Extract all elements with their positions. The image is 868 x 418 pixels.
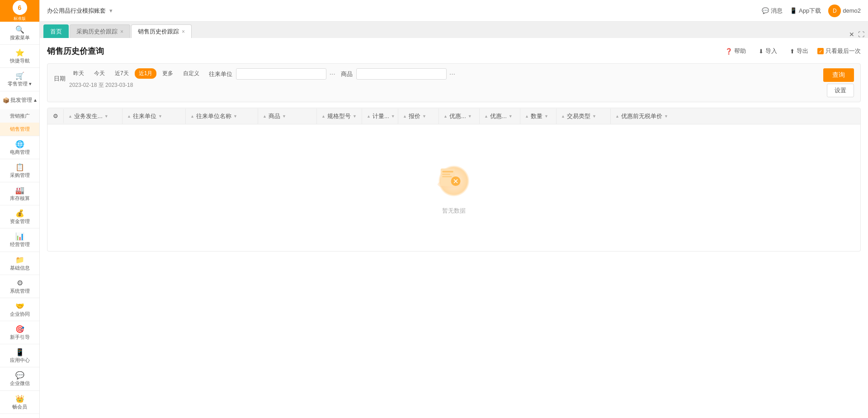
help-button[interactable]: ❓ 帮助 bbox=[722, 45, 750, 57]
sidebar-item-system[interactable]: ⚙ 系统管理 bbox=[0, 275, 39, 298]
partner-input[interactable] bbox=[236, 68, 326, 80]
sidebar-item-marketing[interactable]: 营销推广 bbox=[0, 109, 39, 123]
globe-icon: 🌐 bbox=[15, 140, 24, 148]
date-btn-yesterday[interactable]: 昨天 bbox=[69, 68, 88, 79]
sidebar-item-member[interactable]: 👑 畅会员 bbox=[0, 391, 39, 414]
sidebar-item-newbie[interactable]: 🎯 新手引导 bbox=[0, 321, 39, 344]
logo-icon: 6 bbox=[13, 0, 27, 15]
goods-input[interactable] bbox=[356, 68, 447, 80]
topbar-title: 办公用品行业模拟账套 bbox=[47, 7, 106, 15]
clipboard-icon: 📋 bbox=[15, 163, 24, 171]
table-col-partner-code[interactable]: ▲ 往来单位 ▼ bbox=[123, 109, 186, 124]
main-area: 办公用品行业模拟账套 ▾ 💬 消息 📱 App下载 D demo2 首页 bbox=[40, 0, 868, 418]
query-button[interactable]: 查询 bbox=[823, 68, 854, 82]
sidebar-item-appstore[interactable]: 📱 应用中心 bbox=[0, 344, 39, 367]
tab-sales-history[interactable]: 销售历史价跟踪 × bbox=[131, 24, 192, 38]
message-action[interactable]: 💬 消息 bbox=[762, 7, 783, 15]
sort-icon-down: ▼ bbox=[282, 114, 286, 119]
search-icon: 🔍 bbox=[15, 25, 24, 34]
table-col-quantity[interactable]: ▲ 数量 ▼ bbox=[520, 109, 557, 124]
sort-icon-down: ▼ bbox=[468, 114, 472, 119]
date-filter-options: 昨天 今天 近7天 近1月 更多 自定义 2023-02-18 至 2023-0… bbox=[69, 68, 203, 89]
table-col-goods[interactable]: ▲ 商品 ▼ bbox=[258, 109, 317, 124]
table-container: ⚙ ▲ 业务发生... ▼ ▲ 往来单位 ▼ ▲ 往来单位名称 ▼ ▲ bbox=[47, 108, 861, 252]
table-col-partner-name[interactable]: ▲ 往来单位名称 ▼ bbox=[186, 109, 258, 124]
sidebar-item-label: 畅会员 bbox=[12, 404, 27, 410]
table-col-discount2[interactable]: ▲ 优惠... ▼ bbox=[480, 109, 520, 124]
partner-dots-icon[interactable]: ··· bbox=[329, 70, 335, 78]
date-btn-7days[interactable]: 近7天 bbox=[111, 68, 133, 79]
app-download-action[interactable]: 📱 App下载 bbox=[790, 7, 821, 15]
sidebar-menu: 🔍 搜索菜单 ⭐ 快捷导航 🛒 零售管理 ▾ 📦 批发管理 ▴ 营销推广 销售管… bbox=[0, 22, 39, 418]
goods-dots-icon[interactable]: ··· bbox=[449, 70, 455, 78]
sidebar: 6 标准版 🔍 搜索菜单 ⭐ 快捷导航 🛒 零售管理 ▾ 📦 批发管理 ▴ 营销… bbox=[0, 0, 40, 418]
svg-rect-3 bbox=[442, 174, 450, 175]
tab-home-label: 首页 bbox=[50, 28, 62, 36]
date-btn-today[interactable]: 今天 bbox=[90, 68, 109, 79]
import-label: 导入 bbox=[765, 47, 777, 55]
only-last-checkbox[interactable]: 只看最后一次 bbox=[817, 47, 861, 55]
table-col-settings[interactable]: ⚙ bbox=[47, 109, 64, 123]
sort-icon-down: ▼ bbox=[592, 114, 596, 119]
gear-icon: ⚙ bbox=[17, 279, 23, 287]
sidebar-item-search[interactable]: 🔍 搜索菜单 bbox=[0, 22, 39, 45]
table-col-pretax-price[interactable]: ▲ 优惠前无税单价 ▼ bbox=[611, 109, 860, 124]
sidebar-item-inventory[interactable]: 🏭 库存核算 bbox=[0, 182, 39, 205]
setting-button[interactable]: 设置 bbox=[827, 84, 854, 97]
crown-icon: 👑 bbox=[15, 394, 24, 403]
sort-icon-down: ▼ bbox=[353, 114, 357, 119]
sort-icon-up: ▲ bbox=[403, 114, 407, 119]
download-icon: 📱 bbox=[790, 7, 797, 14]
sidebar-item-shortcuts[interactable]: ⭐ 快捷导航 bbox=[0, 45, 39, 68]
factory-icon: 🏭 bbox=[15, 186, 24, 195]
date-btn-custom[interactable]: 自定义 bbox=[179, 68, 203, 79]
sidebar-item-enterprise[interactable]: 🤝 企业协同 bbox=[0, 298, 39, 321]
table-col-trade-type[interactable]: ▲ 交易类型 ▼ bbox=[557, 109, 611, 124]
sidebar-item-retail[interactable]: 🛒 零售管理 ▾ bbox=[0, 68, 39, 91]
cart-icon: 🛒 bbox=[15, 71, 24, 80]
export-icon: ⬆ bbox=[790, 48, 795, 55]
logo-area[interactable]: 6 标准版 bbox=[0, 0, 39, 22]
sidebar-item-label: 快捷导航 bbox=[10, 58, 30, 64]
sidebar-item-basic[interactable]: 📁 基础信息 bbox=[0, 252, 39, 275]
sort-icon-down: ▼ bbox=[391, 114, 395, 119]
sort-icon-up: ▲ bbox=[615, 114, 619, 119]
sort-icon-up: ▲ bbox=[68, 114, 72, 119]
sort-icon-up: ▲ bbox=[561, 114, 565, 119]
table-col-discount1[interactable]: ▲ 优惠... ▼ bbox=[439, 109, 480, 124]
user-area[interactable]: D demo2 bbox=[828, 5, 861, 17]
topbar: 办公用品行业模拟账套 ▾ 💬 消息 📱 App下载 D demo2 bbox=[40, 0, 868, 22]
sidebar-item-ecommerce[interactable]: 🌐 电商管理 bbox=[0, 136, 39, 159]
tab-sales-history-close[interactable]: × bbox=[182, 29, 185, 34]
tab-sales-history-label: 销售历史价跟踪 bbox=[138, 28, 179, 36]
sidebar-item-wholesale[interactable]: 📦 批发管理 ▴ bbox=[0, 91, 39, 109]
import-button[interactable]: ⬇ 导入 bbox=[755, 45, 781, 57]
table-col-unit[interactable]: ▲ 计量... ▼ bbox=[362, 109, 398, 124]
filter-action-group: 查询 设置 bbox=[823, 68, 854, 97]
tab-home[interactable]: 首页 bbox=[43, 24, 69, 38]
table-col-price[interactable]: ▲ 报价 ▼ bbox=[398, 109, 439, 124]
wechat-icon: 💬 bbox=[15, 371, 24, 380]
tab-purchase-history-close[interactable]: × bbox=[120, 29, 123, 34]
maximize-tab-button[interactable]: ⛶ bbox=[858, 31, 864, 38]
sidebar-item-sales-mgmt[interactable]: 销售管理 bbox=[0, 123, 39, 136]
tab-purchase-history[interactable]: 采购历史价跟踪 × bbox=[70, 24, 130, 38]
close-tab-button[interactable]: ✕ bbox=[849, 31, 854, 38]
date-btn-more[interactable]: 更多 bbox=[158, 68, 177, 79]
export-button[interactable]: ⬆ 导出 bbox=[786, 45, 812, 57]
sidebar-item-wechat[interactable]: 💬 企业微信 bbox=[0, 367, 39, 390]
goods-filter-group: 商品 ··· bbox=[341, 68, 455, 80]
table-col-biz-date[interactable]: ▲ 业务发生... ▼ bbox=[64, 109, 123, 124]
topbar-dropdown-icon[interactable]: ▾ bbox=[109, 7, 113, 14]
package-icon: 📦 bbox=[3, 97, 9, 104]
date-btn-1month[interactable]: 近1月 bbox=[135, 68, 157, 79]
sidebar-item-purchase[interactable]: 📋 采购管理 bbox=[0, 159, 39, 182]
empty-image bbox=[434, 161, 474, 201]
sort-icon-up: ▲ bbox=[443, 114, 448, 119]
sidebar-item-operation[interactable]: 📊 经营管理 bbox=[0, 228, 39, 252]
table-col-spec[interactable]: ▲ 规格型号 ▼ bbox=[317, 109, 362, 124]
sidebar-item-finance[interactable]: 💰 资金管理 bbox=[0, 205, 39, 228]
svg-rect-2 bbox=[442, 171, 453, 173]
sort-icon-up: ▲ bbox=[525, 114, 529, 119]
page-title: 销售历史价查询 bbox=[47, 46, 104, 57]
